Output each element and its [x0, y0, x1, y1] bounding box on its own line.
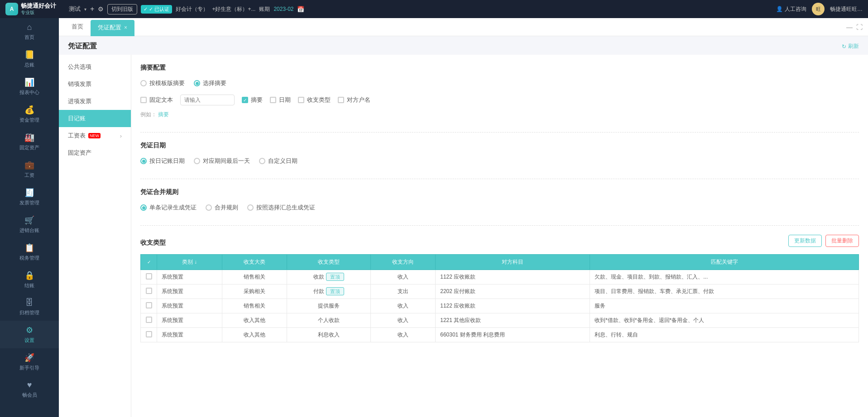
sidebar-item-ledger[interactable]: 📒 总账 — [0, 45, 59, 73]
row-checkbox[interactable] — [146, 317, 152, 323]
voucher-merge-section: 凭证合并规则 单条记录生成凭证 合并规则 按照选择汇总生成凭证 — [140, 188, 859, 212]
income-expense-title: 收支类型 — [140, 239, 166, 247]
radio-template-circle — [140, 80, 147, 86]
row-keywords: 项目、日常费用、报销款、车费、承兑汇票、付款 — [590, 284, 859, 299]
row-keywords: 服务 — [590, 299, 859, 313]
reset-tag[interactable]: 置顶 — [326, 287, 344, 295]
checkbox-fixed-text[interactable]: 固定文本 — [140, 96, 173, 104]
sidebar-item-member[interactable]: ♥ 畅会员 — [0, 376, 59, 403]
row-checkbox-cell[interactable] — [141, 284, 157, 299]
voucher-merge-title: 凭证合并规则 — [140, 188, 859, 196]
tab-minimize-button[interactable]: — — [846, 24, 853, 31]
update-data-button[interactable]: 更新数据 — [788, 235, 822, 247]
radio-period-last[interactable]: 对应期间最后一天 — [194, 157, 250, 165]
radio-journal-date[interactable]: 按日记账日期 — [140, 157, 185, 165]
sidebar-label-reports: 报表中心 — [19, 89, 39, 96]
tab-maximize-button[interactable]: ⛶ — [856, 24, 863, 31]
row-income-type: 提供服务 — [287, 299, 370, 313]
row-direction: 收入 — [370, 328, 436, 342]
row-checkbox-cell[interactable] — [141, 270, 157, 284]
radio-single[interactable]: 单条记录生成凭证 — [140, 204, 197, 212]
sidebar-item-tax[interactable]: 📋 税务管理 — [0, 238, 59, 266]
row-checkbox-cell[interactable] — [141, 299, 157, 313]
sidebar-item-home[interactable]: ⌂ 首页 — [0, 18, 59, 45]
reports-icon: 📊 — [24, 77, 34, 87]
sidebar-item-purchase[interactable]: 🛒 进销台账 — [0, 211, 59, 238]
voucher-date-title: 凭证日期 — [140, 142, 859, 150]
left-nav-fixed-assets[interactable]: 固定资产 — [59, 144, 131, 161]
avatar: 旺 — [812, 3, 825, 15]
add-icon[interactable]: + — [90, 5, 94, 13]
funds-icon: 💰 — [24, 105, 34, 115]
row-account: 1122 应收账款 — [436, 270, 590, 284]
radio-select-circle — [194, 80, 200, 86]
test-caret-icon[interactable]: ▾ — [84, 7, 86, 12]
left-nav-sales-invoice[interactable]: 销项发票 — [59, 76, 131, 93]
row-checkbox[interactable] — [146, 288, 152, 294]
fixed-text-input[interactable] — [180, 95, 235, 105]
sidebar-item-assets[interactable]: 🏭 固定资产 — [0, 128, 59, 156]
chevron-down-icon: › — [120, 133, 122, 139]
settings-icon: ⚙ — [26, 325, 33, 335]
sidebar-item-invoice[interactable]: 🧾 发票管理 — [0, 183, 59, 211]
table-header-row: ✓ 类别 ↓ 收支大类 收支类型 收支方向 对方科目 匹配关键字 — [141, 255, 859, 270]
row-checkbox-cell[interactable] — [141, 313, 157, 328]
left-nav-salary-table[interactable]: 工资表 NEW › — [59, 127, 131, 144]
income-expense-table: ✓ 类别 ↓ 收支大类 收支类型 收支方向 对方科目 匹配关键字 — [140, 254, 859, 342]
sidebar-item-close[interactable]: 🔒 结账 — [0, 266, 59, 294]
gear-icon[interactable]: ⚙ — [98, 5, 104, 13]
row-major-type: 收入其他 — [222, 328, 287, 342]
checkbox-type[interactable]: 收支类型 — [298, 96, 331, 104]
sidebar-item-settings[interactable]: ⚙ 设置 — [0, 321, 59, 348]
table-row: 系统预置 采购相关 付款 置顶 支出 2202 应付账款 项目、日常费用、报销款… — [141, 284, 859, 299]
service-button[interactable]: 👤 人工咨询 — [776, 5, 806, 13]
row-checkbox[interactable] — [146, 273, 152, 280]
page-header: 凭证配置 ↻ 刷新 — [59, 36, 868, 55]
row-category: 系统预置 — [157, 270, 222, 284]
home-icon: ⌂ — [27, 23, 32, 32]
row-checkbox[interactable] — [146, 302, 152, 308]
radio-summary-gen[interactable]: 按照选择汇总生成凭证 — [247, 204, 315, 212]
col-account: 对方科目 — [436, 255, 590, 270]
col-category: 类别 ↓ — [157, 255, 222, 270]
reset-tag[interactable]: 置顶 — [326, 273, 344, 281]
radio-merge[interactable]: 合并规则 — [206, 204, 238, 212]
checkbox-date[interactable]: 日期 — [270, 96, 291, 104]
switch-version-button[interactable]: 切到旧版 — [107, 4, 137, 14]
left-nav-purchase-invoice[interactable]: 进项发票 — [59, 93, 131, 110]
sidebar-item-funds[interactable]: 💰 资金管理 — [0, 100, 59, 128]
left-nav-public[interactable]: 公共选项 — [59, 58, 131, 76]
batch-delete-button[interactable]: 批量删除 — [825, 235, 859, 247]
row-category: 系统预置 — [157, 313, 222, 328]
row-major-type: 收入其他 — [222, 313, 287, 328]
row-checkbox[interactable] — [146, 331, 152, 337]
sidebar-label-purchase: 进销台账 — [19, 227, 39, 234]
radio-custom-date[interactable]: 自定义日期 — [259, 157, 297, 165]
tab-close-icon[interactable]: × — [124, 24, 127, 31]
period-value: 2023-02 — [273, 6, 293, 12]
sidebar-item-archive[interactable]: 🗄 归档管理 — [0, 294, 59, 321]
tab-home[interactable]: 首页 — [64, 18, 91, 36]
tab-voucher-config[interactable]: 凭证配置 × — [91, 20, 134, 36]
header-checkbox[interactable]: ✓ — [146, 259, 152, 265]
sidebar-item-newbie[interactable]: 🚀 新手引导 — [0, 348, 59, 376]
left-nav-journal[interactable]: 日记账 — [59, 110, 131, 127]
row-category: 系统预置 — [157, 328, 222, 342]
sidebar-item-salary[interactable]: 💼 工资 — [0, 156, 59, 183]
summary-config-section: 摘要配置 按模板版摘要 选择摘要 — [140, 64, 859, 118]
sidebar-label-close: 结账 — [24, 282, 34, 289]
checkbox-summary[interactable]: ✓ 摘要 — [242, 96, 263, 104]
sidebar-item-reports[interactable]: 📊 报表中心 — [0, 73, 59, 100]
voucher-merge-radio-group: 单条记录生成凭证 合并规则 按照选择汇总生成凭证 — [140, 204, 859, 212]
checkbox-counterparty[interactable]: 对方户名 — [338, 96, 370, 104]
radio-template[interactable]: 按模板版摘要 — [140, 79, 185, 87]
test-label: 测试 — [69, 5, 81, 13]
refresh-button[interactable]: ↻ 刷新 — [842, 43, 859, 50]
radio-select[interactable]: 选择摘要 — [194, 79, 226, 87]
sidebar-label-member: 畅会员 — [22, 392, 37, 398]
top-bar: A 畅捷通好会计 专业版 测试 ▾ + ⚙ 切到旧版 ✓ ✓ 已认证 好会计（专… — [0, 0, 868, 18]
certified-badge: ✓ ✓ 已认证 — [141, 5, 172, 14]
logo-icon: A — [5, 3, 18, 15]
archive-icon: 🗄 — [25, 298, 34, 308]
row-checkbox-cell[interactable] — [141, 328, 157, 342]
